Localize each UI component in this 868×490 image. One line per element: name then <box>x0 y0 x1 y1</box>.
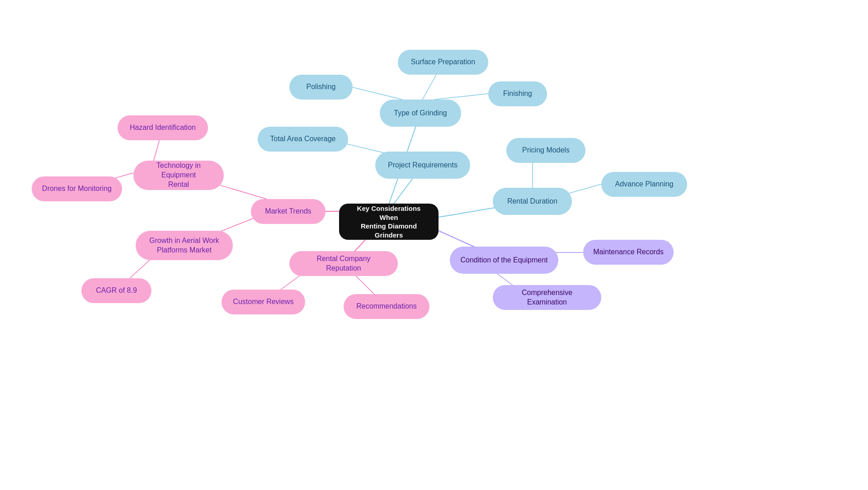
svg-line-8 <box>434 94 488 100</box>
node-finishing-label: Finishing <box>503 89 532 99</box>
node-advance-planning-label: Advance Planning <box>615 180 674 189</box>
node-project-req[interactable]: Project Requirements <box>375 152 470 179</box>
center-node-label: Key Considerations When Renting Diamond … <box>348 204 429 239</box>
node-tech-equip-rental[interactable]: Technology in Equipment Rental <box>133 161 224 190</box>
node-market-trends-label: Market Trends <box>265 207 311 216</box>
node-pricing-models-label: Pricing Models <box>522 146 570 155</box>
node-customer-reviews[interactable]: Customer Reviews <box>222 290 305 314</box>
node-tech-equip-rental-label: Technology in Equipment Rental <box>142 161 215 189</box>
node-surface-prep[interactable]: Surface Preparation <box>398 50 488 75</box>
node-polishing-label: Polishing <box>307 82 336 92</box>
node-recommendations[interactable]: Recommendations <box>344 294 429 319</box>
svg-line-7 <box>353 87 402 100</box>
node-drones-monitoring[interactable]: Drones for Monitoring <box>32 176 122 201</box>
node-rental-duration[interactable]: Rental Duration <box>493 188 572 215</box>
node-maintenance-records[interactable]: Maintenance Records <box>583 240 674 265</box>
node-surface-prep-label: Surface Preparation <box>411 57 475 67</box>
node-market-trends[interactable]: Market Trends <box>251 199 326 224</box>
node-condition-equip[interactable]: Condition of the Equipment <box>450 247 558 274</box>
node-growth-aerial-label: Growth in Aerial Work Platforms Market <box>149 236 219 255</box>
node-drones-monitoring-label: Drones for Monitoring <box>42 184 112 194</box>
node-cagr[interactable]: CAGR of 8.9 <box>81 278 151 303</box>
node-recommendations-label: Recommendations <box>356 302 416 311</box>
node-pricing-models[interactable]: Pricing Models <box>506 138 585 163</box>
node-total-area[interactable]: Total Area Coverage <box>258 127 348 152</box>
node-customer-reviews-label: Customer Reviews <box>233 297 293 307</box>
node-rental-duration-label: Rental Duration <box>507 197 557 206</box>
node-cagr-label: CAGR of 8.9 <box>96 286 137 295</box>
node-hazard-id-label: Hazard Identification <box>130 123 196 133</box>
node-type-grinding-label: Type of Grinding <box>394 109 447 118</box>
node-comprehensive-exam-label: Comprehensive Examination <box>502 288 592 307</box>
center-node[interactable]: Key Considerations When Renting Diamond … <box>339 204 439 240</box>
node-comprehensive-exam[interactable]: Comprehensive Examination <box>493 285 601 310</box>
node-maintenance-records-label: Maintenance Records <box>593 247 664 257</box>
node-advance-planning[interactable]: Advance Planning <box>601 172 687 197</box>
node-rental-company-rep-label: Rental Company Reputation <box>298 254 389 273</box>
node-type-grinding[interactable]: Type of Grinding <box>380 100 461 127</box>
node-hazard-id[interactable]: Hazard Identification <box>118 115 208 140</box>
node-polishing[interactable]: Polishing <box>289 75 353 100</box>
node-finishing[interactable]: Finishing <box>488 81 547 106</box>
node-condition-equip-label: Condition of the Equipment <box>460 256 547 265</box>
node-project-req-label: Project Requirements <box>388 161 458 170</box>
node-rental-company-rep[interactable]: Rental Company Reputation <box>289 251 398 276</box>
node-total-area-label: Total Area Coverage <box>270 134 336 144</box>
node-growth-aerial[interactable]: Growth in Aerial Work Platforms Market <box>136 231 233 260</box>
